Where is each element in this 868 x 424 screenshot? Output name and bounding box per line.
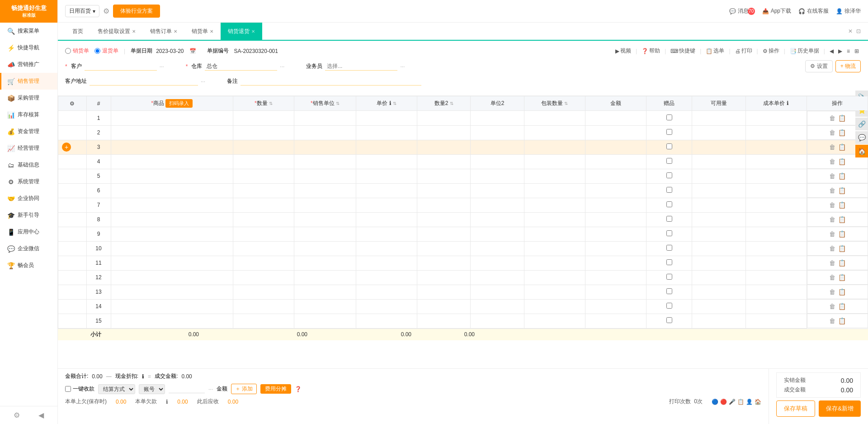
row-price[interactable] [356, 241, 417, 256]
qty-sort-icon[interactable]: ⇅ [269, 101, 273, 106]
one-click-checkbox[interactable] [65, 386, 71, 392]
sidebar-item-member[interactable]: 🏆 畅会员 [0, 257, 57, 274]
delete-row-btn[interactable]: 🗑 [829, 274, 835, 281]
copy-row-btn[interactable]: 📋 [838, 187, 846, 194]
row-unit[interactable] [294, 183, 356, 198]
amount-input[interactable] [169, 385, 205, 393]
row-pkg-qty[interactable] [524, 314, 585, 328]
radio-sale[interactable]: 销货单 [65, 47, 89, 55]
row-amount[interactable] [585, 314, 646, 328]
save-draft-btn[interactable]: 保存草稿 [776, 400, 815, 417]
row-gear[interactable] [58, 198, 87, 212]
collapse-icon[interactable]: ◀ [38, 411, 44, 419]
row-gear[interactable] [58, 169, 87, 183]
row-unit2[interactable] [471, 154, 524, 169]
row-unit2[interactable] [471, 285, 524, 299]
row-available[interactable] [692, 314, 745, 328]
gift-checkbox[interactable] [666, 114, 672, 120]
copy-row-btn[interactable]: 📋 [838, 230, 846, 238]
row-unit2[interactable] [471, 169, 524, 183]
row-unit[interactable] [294, 256, 356, 270]
row-amount[interactable] [585, 111, 646, 126]
row-qty2[interactable] [417, 270, 471, 285]
tab-home[interactable]: 首页 [65, 23, 90, 41]
row-product[interactable] [111, 154, 233, 169]
row-available[interactable] [692, 299, 745, 314]
row-gift[interactable] [646, 125, 692, 140]
add-row-btn[interactable]: + [62, 143, 71, 152]
row-product[interactable] [111, 270, 233, 285]
row-pkg-qty[interactable] [524, 154, 585, 169]
gift-checkbox[interactable] [666, 172, 672, 178]
delete-row-btn[interactable]: 🗑 [829, 158, 835, 165]
row-pkg-qty[interactable] [524, 270, 585, 285]
account-select[interactable]: 账号 [139, 384, 165, 394]
row-qty[interactable] [233, 299, 294, 314]
row-qty[interactable] [233, 183, 294, 198]
row-gift[interactable] [646, 140, 692, 154]
row-amount[interactable] [585, 198, 646, 212]
gift-checkbox[interactable] [666, 187, 672, 193]
sidebar-item-system[interactable]: ⚙ 系统管理 [0, 173, 57, 190]
row-gear[interactable] [58, 299, 87, 314]
row-gear[interactable]: + [58, 140, 87, 154]
row-price[interactable] [356, 299, 417, 314]
row-unit2[interactable] [471, 183, 524, 198]
row-gear[interactable] [58, 256, 87, 270]
row-available[interactable] [692, 111, 745, 126]
row-qty[interactable] [233, 256, 294, 270]
rfp-btn-3[interactable]: 🔗 [855, 118, 868, 130]
row-gift[interactable] [646, 285, 692, 299]
app-download-link[interactable]: 📥 App下载 [762, 7, 791, 15]
row-gear[interactable] [58, 241, 87, 256]
row-product[interactable] [111, 241, 233, 256]
delete-row-btn[interactable]: 🗑 [829, 288, 835, 295]
sidebar-item-basic[interactable]: 🗂 基础信息 [0, 157, 57, 173]
row-gift[interactable] [646, 241, 692, 256]
delete-row-btn[interactable]: 🗑 [829, 216, 835, 223]
row-pkg-qty[interactable] [524, 140, 585, 154]
save-new-btn[interactable]: 保存&新增 [819, 400, 861, 417]
row-qty[interactable] [233, 140, 294, 154]
print-link[interactable]: 🖨 打印 [733, 46, 754, 56]
tab-sales-return-close[interactable]: ✕ [251, 29, 255, 34]
row-qty2[interactable] [417, 169, 471, 183]
radio-return-input[interactable] [94, 48, 100, 54]
tab-sales-return[interactable]: 销货退货 ✕ [221, 23, 262, 41]
settings-btn[interactable]: ⚙ 设置 [805, 60, 832, 72]
row-amount[interactable] [585, 169, 646, 183]
row-qty[interactable] [233, 227, 294, 241]
tab-sales-delivery-close[interactable]: ✕ [210, 29, 213, 34]
row-available[interactable] [692, 140, 745, 154]
gear-icon[interactable]: ⚙ [103, 7, 109, 15]
gift-checkbox[interactable] [666, 317, 672, 323]
row-unit2[interactable] [471, 198, 524, 212]
row-product[interactable] [111, 125, 233, 140]
row-pkg-qty[interactable] [524, 227, 585, 241]
prev-icon[interactable]: ◀ [828, 47, 835, 55]
pkg-sort-icon[interactable]: ⇅ [564, 101, 568, 106]
row-gear[interactable] [58, 183, 87, 198]
copy-row-btn[interactable]: 📋 [838, 172, 846, 180]
row-price[interactable] [356, 314, 417, 328]
row-amount[interactable] [585, 212, 646, 227]
row-available[interactable] [692, 241, 745, 256]
row-gear[interactable] [58, 314, 87, 328]
row-qty[interactable] [233, 111, 294, 126]
row-pkg-qty[interactable] [524, 183, 585, 198]
select-link[interactable]: 📋 选单 [704, 46, 726, 56]
row-price[interactable] [356, 227, 417, 241]
copy-row-btn[interactable]: 📋 [838, 143, 846, 151]
row-qty[interactable] [233, 154, 294, 169]
row-gear[interactable] [58, 227, 87, 241]
rfp-btn-4[interactable]: 💬 [855, 131, 868, 144]
copy-row-btn[interactable]: 📋 [838, 216, 846, 223]
row-unit2[interactable] [471, 227, 524, 241]
scan-btn[interactable]: 扫码录入 [165, 99, 193, 108]
copy-row-btn[interactable]: 📋 [838, 201, 846, 209]
row-qty[interactable] [233, 270, 294, 285]
row-qty2[interactable] [417, 140, 471, 154]
one-click-payment[interactable]: 一键收款 [65, 385, 94, 393]
history-link[interactable]: 📑 历史单据 [788, 46, 821, 56]
max-icon[interactable]: ⊡ [856, 28, 861, 34]
